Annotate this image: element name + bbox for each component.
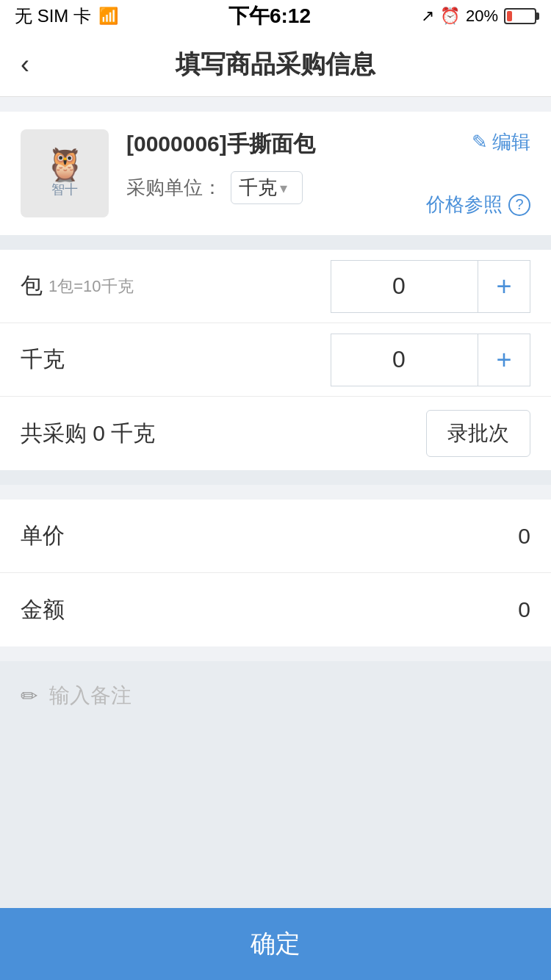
kg-qty-input[interactable] bbox=[331, 334, 478, 386]
price-ref-label: 价格参照 bbox=[426, 192, 503, 217]
bag-plus-button[interactable]: + bbox=[478, 260, 530, 313]
confirm-button[interactable]: 确定 bbox=[0, 908, 551, 980]
edit-label: 编辑 bbox=[492, 129, 530, 155]
price-section: 单价 0 金额 0 bbox=[0, 500, 551, 646]
section-divider-1 bbox=[0, 235, 551, 250]
confirm-label: 确定 bbox=[251, 927, 300, 961]
status-time: 下午6:12 bbox=[228, 2, 311, 30]
chevron-down-icon: ▾ bbox=[280, 179, 287, 197]
kg-qty-wrapper: + bbox=[331, 334, 530, 386]
pencil-icon: ✏ bbox=[21, 684, 37, 708]
battery-icon bbox=[504, 8, 536, 24]
status-bar: 无 SIM 卡 📶 下午6:12 ↗ ⏰ 20% bbox=[0, 0, 551, 32]
amount-row: 金额 0 bbox=[0, 573, 551, 646]
kg-plus-button[interactable]: + bbox=[478, 334, 530, 386]
bag-qty-input[interactable] bbox=[331, 260, 478, 313]
carrier-text: 无 SIM 卡 bbox=[15, 4, 91, 28]
battery-percent: 20% bbox=[466, 7, 498, 26]
section-divider-2 bbox=[0, 470, 551, 485]
product-card: 🦉 智十 [0000006]手撕面包 采购单位： 千克 ▾ ✎ 编辑 价格参照 … bbox=[0, 112, 551, 235]
unit-value: 千克 bbox=[239, 175, 277, 201]
product-image: 🦉 智十 bbox=[21, 129, 109, 217]
back-button[interactable]: ‹ bbox=[21, 49, 29, 80]
unit-price-row: 单价 0 bbox=[0, 500, 551, 573]
status-left: 无 SIM 卡 📶 bbox=[15, 4, 118, 28]
bag-input-row: 包 1包=10千克 + bbox=[0, 250, 551, 323]
unit-price-label: 单价 bbox=[21, 521, 518, 551]
page-title: 填写商品采购信息 bbox=[176, 48, 375, 82]
help-icon: ? bbox=[508, 194, 530, 216]
bag-sublabel: 1包=10千克 bbox=[48, 275, 134, 298]
kg-label: 千克 bbox=[21, 345, 65, 375]
alarm-icon: ⏰ bbox=[440, 7, 460, 26]
kg-input-row: 千克 + bbox=[0, 323, 551, 397]
summary-row: 共采购 0 千克 录批次 bbox=[0, 397, 551, 470]
bag-label: 包 bbox=[21, 271, 43, 301]
location-icon: ↗ bbox=[421, 7, 434, 26]
nav-bar: ‹ 填写商品采购信息 bbox=[0, 32, 551, 97]
unit-select[interactable]: 千克 ▾ bbox=[231, 171, 303, 204]
unit-price-value: 0 bbox=[518, 524, 530, 549]
wifi-icon: 📶 bbox=[98, 7, 118, 26]
unit-label: 采购单位： bbox=[126, 175, 222, 201]
product-logo-sub: 智十 bbox=[45, 181, 85, 198]
status-right: ↗ ⏰ 20% bbox=[421, 7, 536, 26]
remark-section[interactable]: ✏ 输入备注 bbox=[0, 661, 551, 730]
batch-button[interactable]: 录批次 bbox=[426, 410, 530, 457]
edit-button[interactable]: ✎ 编辑 bbox=[472, 129, 530, 155]
input-section: 包 1包=10千克 + 千克 + bbox=[0, 250, 551, 397]
product-logo: 🦉 bbox=[45, 148, 85, 181]
price-ref-button[interactable]: 价格参照 ? bbox=[426, 192, 530, 217]
product-name: [0000006]手撕面包 bbox=[126, 129, 530, 159]
amount-value: 0 bbox=[518, 597, 530, 622]
summary-text: 共采购 0 千克 bbox=[21, 419, 426, 449]
amount-label: 金额 bbox=[21, 595, 518, 625]
remark-placeholder: 输入备注 bbox=[49, 682, 132, 710]
edit-icon: ✎ bbox=[472, 131, 488, 154]
bag-qty-wrapper: + bbox=[331, 260, 530, 313]
